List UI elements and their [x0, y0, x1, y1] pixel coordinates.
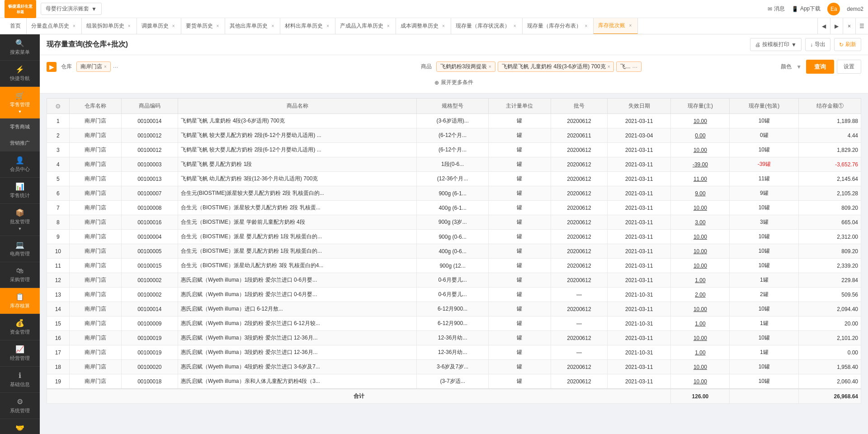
- cell-batch: 20200612: [551, 259, 607, 273]
- sidebar-item-system[interactable]: ⚙ 系统管理: [0, 393, 40, 419]
- query-btn[interactable]: 查询: [806, 60, 834, 74]
- sidebar-item-ops[interactable]: 📈 经营管理: [0, 340, 40, 367]
- tab-close-11[interactable]: ×: [627, 23, 633, 28]
- sidebar-item-retail-stats[interactable]: 📊 零售统计: [0, 178, 40, 204]
- sidebar-item-inventory[interactable]: 📋 库存核算: [0, 288, 40, 314]
- tab-home[interactable]: 首页: [5, 18, 27, 34]
- cell-qty-main[interactable]: 9.00: [671, 186, 730, 201]
- cell-qty-main[interactable]: -39.00: [671, 157, 730, 172]
- cell-qty-main[interactable]: 10.00: [671, 302, 730, 316]
- sidebar-item-marketing[interactable]: 营销推广: [0, 135, 40, 151]
- product-more[interactable]: ···: [632, 63, 638, 71]
- cell-qty-main[interactable]: 10.00: [671, 114, 730, 128]
- tab-4[interactable]: 要货单历史 ×: [181, 18, 226, 34]
- sidebar-item-member[interactable]: 👤 会员中心: [0, 151, 40, 178]
- tab-5[interactable]: 其他出库单历史 ×: [225, 18, 280, 34]
- cell-qty-main[interactable]: 10.00: [671, 143, 730, 157]
- sidebar-item-finance[interactable]: 💰 资金管理: [0, 314, 40, 340]
- cell-qty-main[interactable]: 1.00: [671, 273, 730, 288]
- tab-6[interactable]: 材料出库单历史 ×: [280, 18, 335, 34]
- tab-next-btn[interactable]: ▶: [830, 18, 843, 34]
- cell-qty-main[interactable]: 10.00: [671, 259, 730, 273]
- tab-close-1[interactable]: ×: [71, 23, 77, 29]
- tab-3[interactable]: 调拨单历史 ×: [137, 18, 181, 34]
- cell-unit: 罐: [489, 201, 551, 215]
- cell-qty-main[interactable]: 3.00: [671, 215, 730, 230]
- cell-qty-main[interactable]: 11.00: [671, 172, 730, 186]
- tab-close-2[interactable]: ×: [127, 23, 132, 29]
- wholesale-icon: 📦: [15, 208, 24, 217]
- cell-qty-main[interactable]: 1.00: [671, 345, 730, 360]
- product-tag-1-close[interactable]: ×: [489, 64, 491, 69]
- app-download-btn[interactable]: 📱 App下载: [792, 5, 821, 13]
- tab-close-7[interactable]: ×: [386, 23, 391, 29]
- sidebar-item-wholesale[interactable]: 📦 批发管理 ▼: [0, 204, 40, 236]
- tab-close-9[interactable]: ×: [512, 23, 518, 29]
- tab-1[interactable]: 分量盘点单历史 ×: [27, 18, 82, 34]
- expand-more-btn[interactable]: ⊕ 展开更多条件: [432, 76, 476, 89]
- export-btn[interactable]: ↓ 导出: [805, 38, 830, 51]
- sidebar-item-retail[interactable]: 🛒 零售管理 ▼: [0, 87, 40, 119]
- sidebar-item-purchase[interactable]: 🛍 采购管理: [0, 262, 40, 288]
- message-btn[interactable]: ✉ 消息: [768, 5, 785, 13]
- sidebar-item-base[interactable]: ℹ 基础信息: [0, 367, 40, 393]
- cell-qty-main[interactable]: 10.00: [671, 331, 730, 345]
- cell-code: 00100019: [121, 345, 178, 360]
- cell-qty-main[interactable]: 10.00: [671, 374, 730, 389]
- filter-expand-btn[interactable]: ▶: [47, 62, 57, 72]
- cell-amount: 809.20: [799, 201, 861, 215]
- settings-btn[interactable]: 设置: [837, 60, 861, 74]
- cell-qty-main[interactable]: 10.00: [671, 230, 730, 244]
- tab-menu-btn[interactable]: ☰: [855, 18, 868, 34]
- col-expire: 失效日期: [608, 99, 671, 114]
- product-tag-2-close[interactable]: ×: [608, 64, 610, 69]
- sidebar-label-ecom: 电商管理: [10, 250, 30, 257]
- tab-7[interactable]: 产成品入库单历史 ×: [335, 18, 396, 34]
- print-btn[interactable]: 🖨 按模板打印 ▼: [750, 38, 802, 51]
- tab-close-5[interactable]: ×: [270, 23, 275, 29]
- tab-10[interactable]: 现存量（库存分布表） ×: [523, 18, 594, 34]
- tab-close-8[interactable]: ×: [441, 23, 446, 29]
- tab-close-3[interactable]: ×: [171, 23, 176, 29]
- sidebar-item-quicknav[interactable]: ⚡ 快捷导航: [0, 61, 40, 87]
- cell-qty-main[interactable]: 10.00: [671, 360, 730, 374]
- sidebar-item-ecom[interactable]: 💻 电商管理: [0, 236, 40, 262]
- tab-11[interactable]: 库存批次账 ×: [594, 18, 638, 34]
- tab-prev-btn[interactable]: ◀: [817, 18, 830, 34]
- cell-amount: 1,189.88: [799, 114, 861, 128]
- cell-qty-main[interactable]: 0.00: [671, 128, 730, 143]
- tab-close-all-btn[interactable]: ×: [843, 18, 855, 34]
- cell-qty-main[interactable]: 10.00: [671, 244, 730, 259]
- ecom-icon: 💻: [15, 241, 24, 249]
- cell-unit: 罐: [489, 114, 551, 128]
- refresh-label: 刷新: [845, 41, 856, 48]
- col-qty-pkg: 现存量(包装): [730, 99, 799, 114]
- cell-warehouse: 南岸门店: [69, 114, 121, 128]
- refresh-btn[interactable]: ↻ 刷新: [834, 38, 861, 51]
- settings-icon[interactable]: ⚙: [55, 103, 61, 110]
- sidebar-item-search[interactable]: 🔍 搜索菜单: [0, 34, 40, 61]
- tab-close-4[interactable]: ×: [215, 23, 221, 29]
- sidebar-item-mall[interactable]: 零售商城: [0, 119, 40, 135]
- tab-8[interactable]: 成本调整单历史 ×: [396, 18, 451, 34]
- tab-2[interactable]: 组装拆卸单历史 ×: [82, 18, 137, 34]
- color-dropdown-icon[interactable]: ▼: [796, 64, 802, 70]
- cell-warehouse: 南岸门店: [69, 215, 121, 230]
- tab-9[interactable]: 现存量（库存状况表） ×: [451, 18, 523, 34]
- warehouse-more[interactable]: ···: [113, 63, 118, 71]
- avatar[interactable]: Ea: [827, 3, 840, 15]
- tab-close-10[interactable]: ×: [584, 23, 589, 29]
- account-selector[interactable]: 母婴行业演示账套 ▼: [41, 3, 102, 15]
- cell-expire: 2021-03-11: [608, 230, 671, 244]
- cell-qty-main[interactable]: 10.00: [671, 201, 730, 215]
- cell-name: 合生元(BIOSTIME)派星较大婴儿配方奶粉 2段 乳核蛋白的...: [178, 186, 416, 201]
- tab-close-6[interactable]: ×: [325, 23, 330, 29]
- warehouse-tag-close[interactable]: ×: [104, 64, 107, 69]
- print-label: 按模板打印: [762, 41, 789, 48]
- cell-qty-main[interactable]: 2.00: [671, 288, 730, 302]
- sidebar: 🔍 搜索菜单 ⚡ 快捷导航 🛒 零售管理 ▼ 零售商城 营销推广 👤 会员中心 …: [0, 34, 40, 434]
- cell-no: 7: [47, 201, 70, 215]
- cell-qty-main[interactable]: 1.00: [671, 316, 730, 331]
- cell-unit: 罐: [489, 360, 551, 374]
- sidebar-item-collab[interactable]: 🤝 企业协同: [0, 419, 40, 434]
